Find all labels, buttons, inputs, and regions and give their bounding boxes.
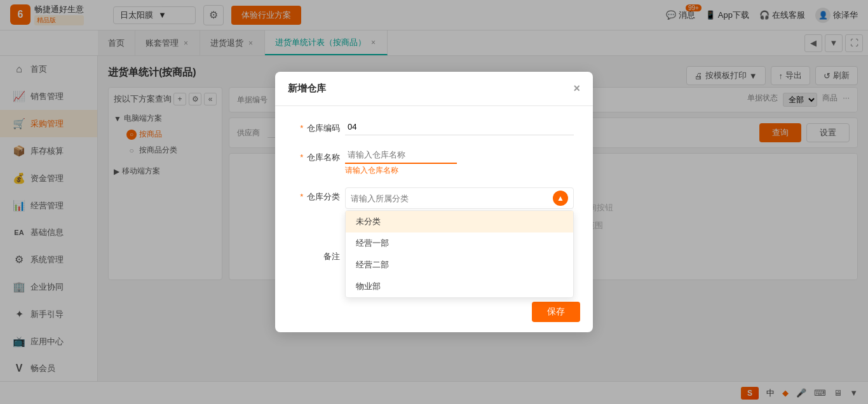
name-label: * 仓库名称 [294, 148, 345, 163]
classify-wrapper: ▲ 未分类 经营一部 经营二部 物业部 [345, 187, 574, 209]
modal-body: * 仓库编码 * 仓库名称 请输入仓库名称 [275, 106, 593, 292]
classify-input[interactable] [351, 194, 553, 203]
dropdown-item-property[interactable]: 物业部 [346, 276, 573, 297]
dropdown-item-unclassified[interactable]: 未分类 [346, 211, 573, 232]
code-label: * 仓库编码 [294, 119, 345, 134]
code-input[interactable] [345, 119, 574, 135]
required-mark-3: * [300, 192, 303, 201]
required-mark: * [300, 123, 303, 133]
classify-dropdown: 未分类 经营一部 经营二部 物业部 [345, 210, 574, 298]
modal-close-button[interactable]: × [573, 82, 580, 95]
modal-title: 新增仓库 [288, 83, 326, 95]
save-button[interactable]: 保存 [532, 302, 580, 322]
modal-overlay: 新增仓库 × * 仓库编码 * 仓库名称 [0, 0, 868, 404]
classify-field-row: * 仓库分类 ▲ 未分类 经营一部 经营二部 物业部 [294, 187, 574, 209]
modal-header: 新增仓库 × [275, 72, 593, 106]
classify-input-row: ▲ [345, 187, 574, 209]
dropdown-item-dept1[interactable]: 经营一部 [346, 232, 573, 254]
name-error-msg: 请输入仓库名称 [345, 165, 398, 176]
name-field-row: * 仓库名称 请输入仓库名称 [294, 147, 574, 176]
classify-toggle-button[interactable]: ▲ [553, 191, 568, 206]
code-field-row: * 仓库编码 [294, 119, 574, 135]
add-warehouse-modal: 新增仓库 × * 仓库编码 * 仓库名称 [275, 72, 593, 332]
remark-label: 备注 [294, 247, 345, 262]
classify-label: * 仓库分类 [294, 187, 345, 203]
name-input[interactable] [345, 147, 457, 164]
dropdown-item-dept2[interactable]: 经营二部 [346, 254, 573, 276]
required-mark-2: * [300, 152, 303, 162]
